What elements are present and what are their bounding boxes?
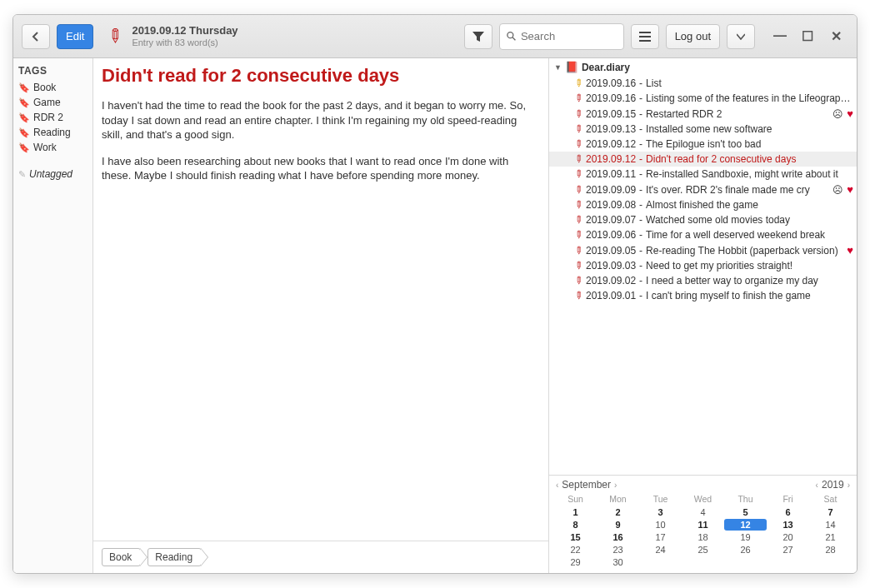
entry-tag-chip[interactable]: Book (102, 548, 141, 566)
filter-button[interactable] (464, 24, 492, 49)
tag-icon: 🔖 (18, 97, 30, 108)
edit-button[interactable]: Edit (57, 24, 93, 49)
calendar-day[interactable]: 14 (809, 519, 852, 531)
logout-menu-button[interactable] (727, 24, 755, 49)
entry-list-item[interactable]: ✎2019.09.05 - Re-reading The Hobbit (pap… (549, 242, 857, 258)
entry-body: I haven't had the time to read the book … (102, 98, 538, 183)
calendar-day[interactable]: 12 (724, 519, 767, 531)
search-input[interactable] (521, 30, 617, 42)
calendar-day[interactable]: 13 (767, 519, 809, 531)
entry-list-item[interactable]: ✎2019.09.13 - Installed some new softwar… (549, 122, 857, 137)
back-button[interactable] (22, 24, 50, 49)
entry-list-item[interactable]: ✎2019.09.06 - Time for a well deserved w… (549, 227, 857, 242)
entry-date: 2019.09.15 (586, 108, 636, 120)
calendar-dow: Mon (597, 492, 639, 506)
calendar-day[interactable]: 2 (597, 506, 639, 518)
calendar-day[interactable]: 24 (639, 544, 682, 556)
entry-list-item[interactable]: ✎2019.09.08 - Almost finished the game (549, 197, 857, 212)
window-controls: — ☐ ✕ (767, 28, 848, 44)
calendar-day[interactable]: 15 (554, 531, 597, 543)
calendar-day[interactable]: 23 (597, 544, 639, 556)
tag-item[interactable]: 🔖Game (18, 95, 88, 110)
entry-title: It's over. RDR 2's finale made me cry (646, 184, 829, 196)
entry-title: Didn't read for 2 consecutive days (646, 153, 853, 165)
calendar-day[interactable]: 16 (597, 531, 639, 543)
tag-item[interactable]: 🔖Book (18, 80, 88, 95)
calendar-day[interactable]: 25 (682, 544, 724, 556)
entry-date: 2019.09.16 (586, 77, 636, 89)
maximize-button[interactable]: ☐ (802, 28, 813, 44)
calendar-day[interactable]: 10 (639, 519, 682, 531)
entry-title: Almost finished the game (646, 199, 853, 211)
entry-date: 2019.09.13 (586, 123, 636, 135)
diary-root[interactable]: ▼ 📕 Dear.diary (549, 58, 857, 76)
entry-list-item[interactable]: ✎2019.09.16 - List (549, 76, 857, 91)
tag-item[interactable]: 🔖Work (18, 140, 88, 155)
entry-date: 2019.09.09 (586, 184, 636, 196)
entry-list-item[interactable]: ✎2019.09.16 - Listing some of the featur… (549, 91, 857, 106)
diary-name: Dear.diary (582, 62, 630, 73)
entry-date: 2019.09.11 (586, 168, 636, 180)
calendar-day[interactable]: 18 (682, 531, 724, 543)
month-selector[interactable]: ‹ September › (554, 479, 618, 491)
calendar-day[interactable]: 28 (809, 544, 852, 556)
calendar-day[interactable]: 21 (809, 531, 852, 543)
entry-content[interactable]: Didn't read for 2 consecutive days I hav… (93, 58, 548, 541)
calendar-day[interactable]: 17 (639, 531, 682, 543)
entry-list-item[interactable]: ✎2019.09.03 - Need to get my priorities … (549, 258, 857, 273)
heart-icon: ♥ (847, 244, 853, 257)
entry-list-item[interactable]: ✎2019.09.02 - I need a better way to org… (549, 273, 857, 288)
calendar-day[interactable]: 7 (809, 506, 852, 518)
calendar-day[interactable]: 6 (767, 506, 809, 518)
entry-title: Didn't read for 2 consecutive days (102, 65, 538, 87)
entry-tag-chip[interactable]: Reading (148, 548, 202, 566)
entry-pane: Didn't read for 2 consecutive days I hav… (93, 58, 548, 573)
untagged-label: Untagged (29, 168, 72, 180)
calendar-dow: Fri (767, 492, 809, 506)
pencil-icon: ✎ (572, 259, 586, 273)
calendar-day[interactable]: 3 (639, 506, 682, 518)
calendar-day[interactable]: 5 (724, 506, 767, 518)
calendar-day[interactable]: 8 (554, 519, 597, 531)
logout-button[interactable]: Log out (666, 24, 720, 49)
entry-date: 2019.09.16 (586, 92, 636, 104)
close-button[interactable]: ✕ (830, 28, 842, 44)
calendar-day[interactable]: 11 (682, 519, 724, 531)
calendar-day[interactable]: 19 (724, 531, 767, 543)
calendar-day[interactable]: 9 (597, 519, 639, 531)
book-icon: 📕 (565, 61, 578, 73)
entry-list[interactable]: ▼ 📕 Dear.diary ✎2019.09.16 - List✎2019.0… (549, 58, 857, 475)
entry-list-item[interactable]: ✎2019.09.11 - Re-installed Sandboxie, mi… (549, 167, 857, 182)
pencil-icon: ✎ (572, 122, 586, 137)
chevron-right-icon: › (846, 481, 852, 490)
tag-item[interactable]: 🔖Reading (18, 125, 88, 140)
untagged-row[interactable]: ✎ Untagged (18, 167, 88, 182)
entry-list-item[interactable]: ✎2019.09.01 - I can't bring myself to fi… (549, 288, 857, 303)
entry-title: Time for a well deserved weekend break (646, 229, 853, 241)
hamburger-menu-button[interactable] (631, 24, 659, 49)
calendar-day[interactable]: 30 (597, 556, 639, 568)
year-selector[interactable]: ‹ 2019 › (814, 479, 852, 491)
chevron-left-icon: ‹ (554, 481, 560, 490)
entry-list-item[interactable]: ✎2019.09.12 - The Epilogue isn't too bad (549, 137, 857, 152)
entry-list-item[interactable]: ✎2019.09.15 - Restarted RDR 2☹♥ (549, 106, 857, 122)
calendar-day[interactable]: 27 (767, 544, 809, 556)
calendar-day[interactable]: 1 (554, 506, 597, 518)
calendar-day[interactable]: 26 (724, 544, 767, 556)
search-field[interactable] (499, 23, 624, 50)
tag-item[interactable]: 🔖RDR 2 (18, 110, 88, 125)
calendar-day[interactable]: 4 (682, 506, 724, 518)
calendar-day[interactable]: 20 (767, 531, 809, 543)
entry-date: 2019.09.03 (586, 260, 636, 272)
calendar-day[interactable]: 29 (554, 556, 597, 568)
calendar: ‹ September › ‹ 2019 › SunMonTueWedThuFr… (549, 475, 857, 573)
entry-list-item[interactable]: ✎2019.09.09 - It's over. RDR 2's finale … (549, 182, 857, 197)
entry-list-item[interactable]: ✎2019.09.12 - Didn't read for 2 consecut… (549, 152, 857, 167)
pencil-icon: ✎ (572, 198, 586, 212)
pencil-icon: ✎ (572, 243, 586, 257)
calendar-day[interactable]: 22 (554, 544, 597, 556)
entry-list-item[interactable]: ✎2019.09.07 - Watched some old movies to… (549, 212, 857, 227)
app-window: Edit ✎ 2019.09.12 Thursday Entry with 83… (12, 14, 858, 574)
minimize-button[interactable]: — (773, 28, 785, 44)
tags-sidebar: TAGS 🔖Book🔖Game🔖RDR 2🔖Reading🔖Work ✎ Unt… (13, 58, 93, 573)
